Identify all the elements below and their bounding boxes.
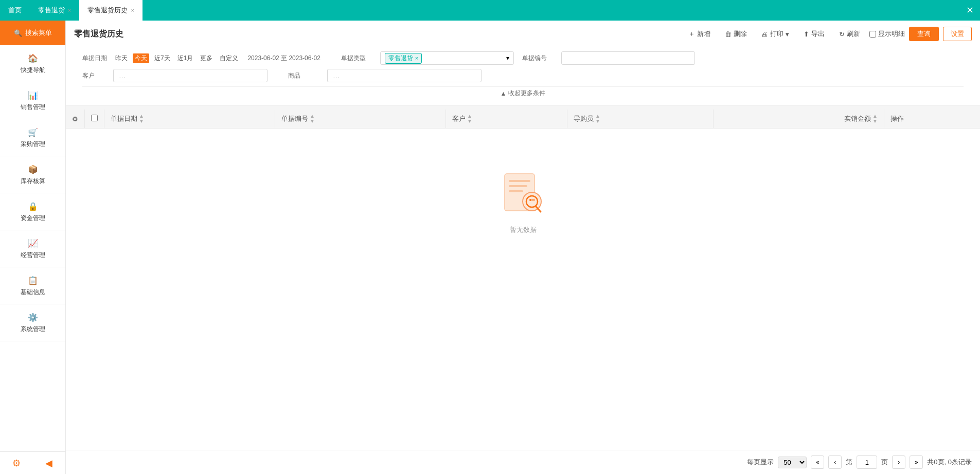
date-options: 昨天 今天 近7天 近1月 更多 自定义 2023-06-02 至 2023-0… [113,53,320,63]
print-button[interactable]: 🖨 打印 ▾ [756,27,794,41]
th-action: 操作 [884,110,980,129]
type-filter-select[interactable]: 零售退货 × ▾ [380,51,514,65]
sidebar-item-basic-info[interactable]: 📋 基础信息 [0,267,65,304]
th-date[interactable]: 单据日期 ▲▼ [104,110,275,129]
page-suffix: 页 [881,458,888,467]
sidebar-bottom: ⚙ ◀ [0,451,65,474]
customer-filter-input[interactable]: … [113,69,268,82]
th-settings[interactable]: ⚙ [66,110,85,129]
tab-home[interactable]: 零售退货历史 首页 [0,0,30,21]
page-header: 零售退货历史 ＋ 新增 🗑 删除 🖨 打印 ▾ [66,21,980,105]
date-opt-7days[interactable]: 近7天 [152,53,172,63]
tab-retail-return-history-close[interactable]: × [131,7,134,13]
th-amount-label: 实销金额 [844,114,871,123]
show-detail-input[interactable] [869,31,876,38]
select-all-checkbox[interactable] [91,115,98,121]
topbar-close[interactable]: ✕ [966,5,980,16]
show-detail-checkbox[interactable]: 显示明细 [869,29,905,39]
sidebar-search-label: 搜索菜单 [25,28,52,38]
date-filter-label: 单据日期 [82,54,113,63]
data-table: ⚙ 单据日期 ▲▼ 单据编号 [66,110,980,129]
delete-icon: 🗑 [725,30,732,38]
export-label: 导出 [811,29,825,39]
export-icon: ⬆ [804,30,809,38]
sidebar-item-system-mgmt[interactable]: ⚙️ 系统管理 [0,304,65,341]
sidebar-collapse-btn[interactable]: ◀ [33,452,66,474]
sidebar-search[interactable]: 🔍 搜索菜单 [0,21,65,45]
date-opt-custom[interactable]: 自定义 [218,53,240,63]
type-tag: 零售退货 × [385,53,422,64]
toolbar: ＋ 新增 🗑 删除 🖨 打印 ▾ ⬆ 导出 [683,27,972,41]
page-label: 第 [846,458,852,467]
new-button[interactable]: ＋ 新增 [683,27,716,41]
type-tag-close[interactable]: × [415,55,418,61]
sidebar-item-purchase-mgmt[interactable]: 🛒 采购管理 [0,119,65,156]
main-layout: 🔍 搜索菜单 🏠 快捷导航 📊 销售管理 🛒 采购管理 📦 库存核算 🔒 [0,21,980,474]
svg-point-4 [523,192,541,211]
per-page-select[interactable]: 50 10 20 100 [778,457,807,468]
number-filter-input[interactable] [561,51,695,65]
amount-sort-arrows: ▲▼ [872,114,878,124]
date-opt-yesterday[interactable]: 昨天 [113,53,130,63]
operation-icon: 📈 [27,238,39,249]
page-number-input[interactable] [857,455,877,469]
system-icon: ⚙️ [27,312,39,323]
export-button[interactable]: ⬆ 导出 [798,27,830,41]
table-header: ⚙ 单据日期 ▲▼ 单据编号 [66,110,980,129]
empty-text: 暂无数据 [510,225,537,234]
next-page-btn[interactable]: › [892,455,905,469]
prev-page-btn[interactable]: ‹ [828,455,842,469]
new-label: 新增 [697,29,710,39]
sidebar-item-sales-mgmt[interactable]: 📊 销售管理 [0,82,65,119]
sidebar-item-operation[interactable]: 📈 经营管理 [0,230,65,267]
date-opt-more[interactable]: 更多 [198,53,215,63]
th-guide[interactable]: 导购员 ▲▼ [567,110,713,129]
sidebar-item-quick-nav-label: 快捷导航 [21,66,45,75]
last-page-btn[interactable]: » [910,455,923,469]
customer-filter-label: 客户 [82,71,113,80]
sidebar-item-finance-label: 资金管理 [21,214,45,223]
finance-icon: 🔒 [27,200,39,212]
th-action-label: 操作 [890,115,904,122]
filter-row-date: 单据日期 昨天 今天 近7天 近1月 更多 自定义 2023-06-02 至 2… [82,51,964,65]
date-opt-1month[interactable]: 近1月 [175,53,195,63]
content-area: 零售退货历史 ＋ 新增 🗑 删除 🖨 打印 ▾ [66,21,980,474]
sidebar: 🔍 搜索菜单 🏠 快捷导航 📊 销售管理 🛒 采购管理 📦 库存核算 🔒 [0,21,66,474]
svg-point-7 [529,199,531,201]
first-page-btn[interactable]: « [811,455,824,469]
filter-row-customer: 客户 … 商品 … [82,69,964,82]
tab-retail-return-close[interactable]: × [68,7,71,13]
th-number[interactable]: 单据编号 ▲▼ [275,110,446,129]
customer-sort-arrows: ▲▼ [467,114,472,124]
delete-button[interactable]: 🗑 删除 [720,27,752,41]
empty-icon [498,170,548,219]
refresh-icon: ↻ [839,30,845,38]
setting-button[interactable]: 设置 [943,27,972,41]
sidebar-item-purchase-label: 采购管理 [21,140,45,149]
th-date-label: 单据日期 [111,114,137,123]
sidebar-item-finance[interactable]: 🔒 资金管理 [0,193,65,230]
sidebar-settings-btn[interactable]: ⚙ [0,452,33,474]
query-button[interactable]: 查询 [909,27,939,41]
date-opt-today[interactable]: 今天 [133,53,149,63]
pagination-bar: 每页显示 50 10 20 100 « ‹ 第 页 › » 共0页, 0条记录 [66,450,980,474]
sidebar-item-inventory[interactable]: 📦 库存核算 [0,156,65,193]
sidebar-item-quick-nav[interactable]: 🏠 快捷导航 [0,45,65,82]
th-checkbox[interactable] [85,110,104,129]
goods-filter-input[interactable]: … [327,69,482,82]
tab-retail-return-history[interactable]: 零售退货历史 × [79,0,142,21]
refresh-button[interactable]: ↻ 刷新 [834,27,865,41]
th-customer[interactable]: 客户 ▲▼ [446,110,567,129]
quick-nav-icon: 🏠 [27,52,39,64]
collapse-button[interactable]: ▲ 收起更多条件 [501,89,546,98]
delete-label: 删除 [734,29,747,39]
svg-rect-2 [509,185,527,187]
table-settings-icon[interactable]: ⚙ [72,115,78,123]
collapse-label: 收起更多条件 [508,89,545,98]
th-amount[interactable]: 实销金额 ▲▼ [713,110,884,129]
per-page-label: 每页显示 [747,458,774,467]
type-dropdown-icon: ▾ [506,54,509,62]
tab-retail-return[interactable]: 零售退货 × [30,0,79,21]
sidebar-item-inventory-label: 库存核算 [21,177,45,186]
tab-retail-return-label: 零售退货 [38,6,65,15]
